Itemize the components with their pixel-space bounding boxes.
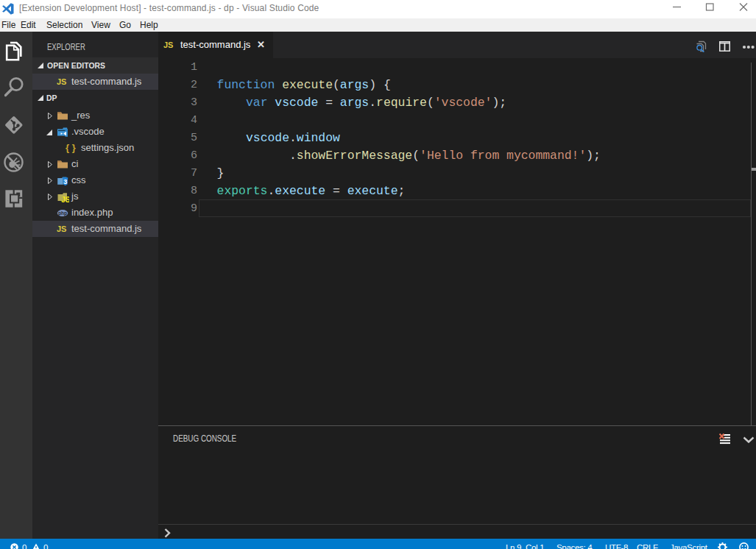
svg-text:3: 3 — [63, 178, 67, 185]
svg-text:JS: JS — [61, 196, 69, 203]
svg-text:php: php — [58, 210, 67, 216]
